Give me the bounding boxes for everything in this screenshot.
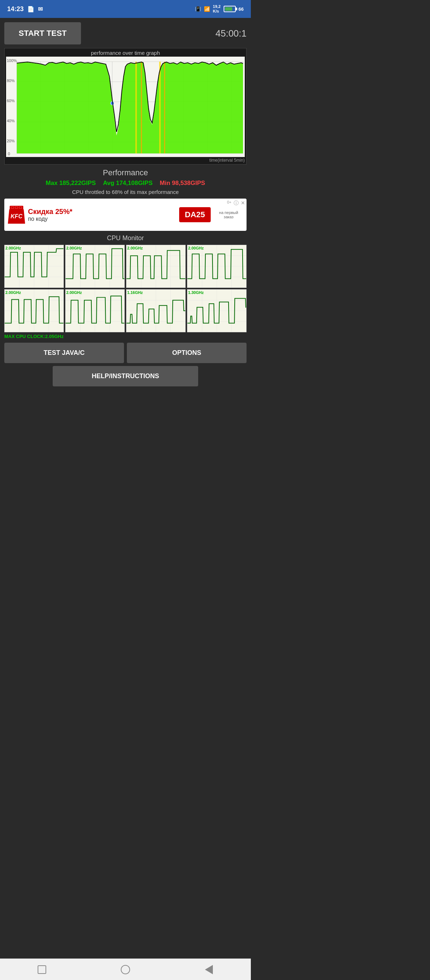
cpu-core-1-freq: 2.00GHz [66,246,82,250]
cpu-core-4: 2.00GHz [4,289,64,332]
ad-kfc-roof [10,206,23,209]
options-button[interactable]: OPTIONS [127,343,246,363]
cpu-core-0: 2.00GHz [4,245,64,288]
cpu-core-6-freq: 1.16GHz [127,290,143,294]
svg-marker-23 [17,62,243,153]
svg-text:60%: 60% [7,99,15,103]
main-content: START TEST 45:00:1 performance over time… [0,18,251,419]
cpu-max-clock-label: MAX CPU CLOCK:2.05GHz [4,334,246,339]
perf-max: Max 185,222GIPS [46,180,96,187]
svg-text:80%: 80% [7,78,15,83]
mail-icon: ✉ [38,6,43,13]
vibrate-icon: 📳 [195,6,201,12]
ad-kfc-bucket: KFC [8,209,25,224]
cpu-core-5-freq: 2.00GHz [66,290,82,294]
svg-text:0: 0 [8,152,10,156]
cpu-core-3: 2.00GHz [187,245,246,288]
cpu-core-1: 2.00GHz [65,245,125,288]
perf-avg: Avg 174,108GIPS [103,180,152,187]
ad-text: Скидка 25%* по коду [28,208,176,222]
svg-text:20%: 20% [7,139,15,143]
performance-graph-container: performance over time graph 100% 80% 60%… [4,48,246,164]
start-test-button[interactable]: START TEST [4,22,81,45]
status-left: 14:23 📄 ✉ [7,5,43,13]
battery-icon [224,6,236,12]
cpu-core-4-freq: 2.00GHz [5,290,21,294]
ad-age-rating: 0+ [227,200,232,204]
cpu-core-5: 2.00GHz [65,289,125,332]
graph-area: 100% 80% 60% 40% 20% 0 [6,57,245,157]
ad-code-box: DA25 [179,207,211,222]
performance-title: Performance [4,168,246,177]
ad-banner[interactable]: KFC Скидка 25%* по коду DA25 на первый з… [4,199,246,231]
top-row: START TEST 45:00:1 [4,22,246,45]
cpu-core-7-freq: 1.30GHz [188,290,203,294]
ad-small-text: на первый заказ [214,210,243,219]
doc-icon: 📄 [27,6,34,13]
ad-close-button[interactable]: ✕ [241,200,245,206]
timer-display: 45:00:1 [215,28,246,39]
status-right: 📳 📶 19,2K/s 66 [195,4,244,14]
ad-promo: по коду [28,216,176,222]
ad-logo-area: KFC [8,206,25,224]
performance-stats: Max 185,222GIPS Avg 174,108GIPS Min 98,5… [4,180,246,187]
cpu-core-6: 1.16GHz [126,289,186,332]
performance-section: Performance Max 185,222GIPS Avg 174,108G… [4,168,246,195]
cpu-core-0-freq: 2.00GHz [5,246,21,250]
svg-text:40%: 40% [7,119,15,123]
test-java-button[interactable]: TEST JAVA/C [4,343,124,363]
ad-info-icon[interactable]: ⓘ [234,200,239,207]
graph-svg: 100% 80% 60% 40% 20% 0 [6,57,245,157]
network-speed: 19,2K/s [213,4,221,14]
wifi-icon: 📶 [204,6,210,12]
battery-level: 66 [239,6,244,12]
help-button[interactable]: HELP/INSTRUCTIONS [53,366,198,387]
cpu-grid: 2.00GHz 2.00GHz [4,245,246,332]
cpu-core-7: 1.30GHz [187,289,246,332]
cpu-monitor-section: CPU Monitor 2.00GHz 2.00G [4,234,246,339]
ad-discount: Скидка 25%* [28,208,176,216]
cpu-core-2: 2.00GHz [126,245,186,288]
graph-title: performance over time graph [6,50,245,56]
perf-min: Min 98,538GIPS [160,180,205,187]
cpu-core-2-freq: 2.00GHz [127,246,143,250]
svg-text:100%: 100% [7,59,17,63]
status-bar: 14:23 📄 ✉ 📳 📶 19,2K/s 66 [0,0,251,18]
perf-throttle: CPU throttled to 68% of its max performa… [4,189,246,195]
cpu-monitor-title: CPU Monitor [4,234,246,242]
status-time: 14:23 [7,5,24,13]
bottom-buttons: TEST JAVA/C OPTIONS [4,343,246,363]
cpu-core-3-freq: 2.00GHz [188,246,203,250]
graph-x-label: time(interval 5min) [6,158,245,163]
